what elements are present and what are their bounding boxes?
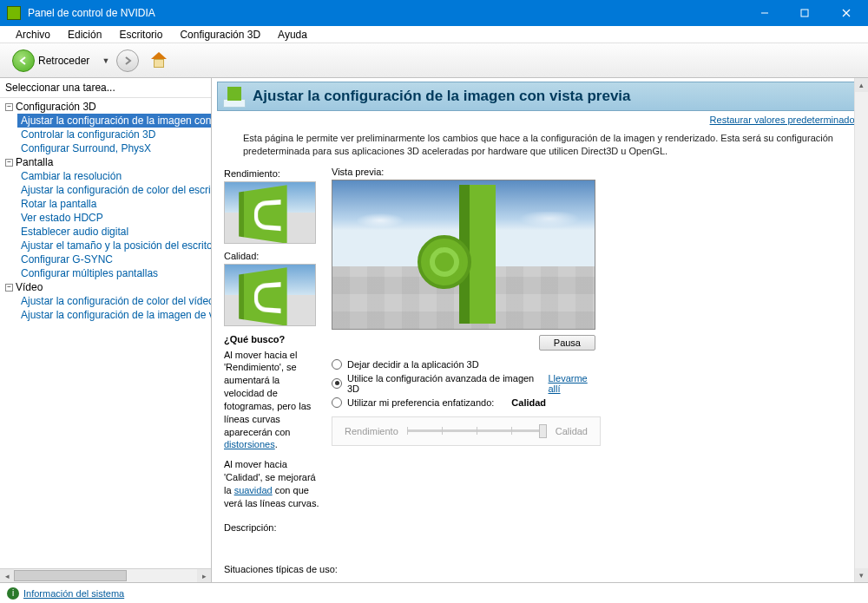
tree-item-manage-3d[interactable]: Controlar la configuración 3D	[17, 128, 211, 141]
preview-viewport	[332, 180, 595, 330]
image-settings-options: Dejar decidir a la aplicación 3D Utilice…	[332, 357, 601, 410]
back-button[interactable]: Retroceder	[7, 48, 95, 74]
option-let-app-decide[interactable]: Dejar decidir a la aplicación 3D	[332, 357, 601, 371]
nvidia-app-icon	[7, 6, 21, 20]
close-button[interactable]	[825, 0, 868, 26]
slider-left-label: Rendimiento	[345, 426, 398, 436]
tree-item-adjust-image[interactable]: Ajustar la configuración de la imagen co…	[17, 114, 211, 128]
back-label: Retroceder	[38, 55, 89, 67]
radio-icon[interactable]	[332, 359, 342, 370]
tree-group-title-3d[interactable]: −Configuración 3D	[5, 100, 211, 114]
task-tree[interactable]: −Configuración 3D Ajustar la configuraci…	[0, 98, 211, 568]
nvidia-logo-3d	[418, 185, 504, 324]
performance-label: Rendimiento:	[224, 168, 319, 179]
tree-item-resolution[interactable]: Cambiar la resolución	[17, 169, 211, 183]
quality-label: Calidad:	[224, 251, 319, 261]
middle-column: Vista previa: Pausa Dejar decidir a la a…	[332, 167, 856, 510]
system-info-link[interactable]: Información del sistema	[23, 588, 124, 599]
main-vertical-scrollbar[interactable]: ▴ ▾	[854, 78, 868, 582]
tree-group-display: −Pantalla Cambiar la resolución Ajustar …	[0, 155, 211, 280]
statusbar: i Información del sistema	[0, 582, 868, 603]
task-tree-pane: Seleccionar una tarea... −Configuración …	[0, 78, 212, 582]
scroll-left-icon[interactable]: ◂	[0, 569, 14, 582]
option-my-preference[interactable]: Utilizar mi preferencia enfatizando: Cal…	[332, 396, 601, 410]
tree-item-audio[interactable]: Establecer audio digital	[17, 225, 211, 239]
tree-item-size-pos[interactable]: Ajustar el tamaño y la posición del escr…	[17, 239, 211, 252]
tree-group-video: −Vídeo Ajustar la configuración de color…	[0, 280, 211, 322]
settings-body: Rendimiento: Calidad: ¿Qué busco? Al mov…	[217, 167, 863, 510]
tree-item-hdcp[interactable]: Ver estado HDCP	[17, 211, 211, 225]
tree-group-3d: −Configuración 3D Ajustar la configuraci…	[0, 100, 211, 155]
take-me-there-link[interactable]: Llevarme allí	[548, 373, 601, 394]
window-controls	[745, 0, 868, 26]
tree-group-title-video[interactable]: −Vídeo	[5, 280, 211, 294]
info-icon: i	[7, 587, 19, 600]
description-section: Descripción: Situaciones típicas de uso:	[217, 510, 863, 574]
page-header: Ajustar la configuración de la imagen co…	[217, 82, 863, 111]
performance-thumbnail	[224, 181, 316, 244]
tree-item-desktop-color[interactable]: Ajustar la configuración de color del es…	[17, 183, 211, 197]
slider-right-label: Calidad	[556, 426, 588, 436]
page-header-icon	[223, 85, 246, 108]
window-title: Panel de control de NVIDIA	[28, 7, 745, 19]
navigation-toolbar: Retroceder ▼	[0, 43, 868, 78]
scroll-track[interactable]	[14, 569, 197, 582]
forward-button[interactable]	[116, 49, 139, 72]
minimize-button[interactable]	[745, 0, 785, 26]
help-text: ¿Qué busco? Al mover hacia el 'Rendimien…	[224, 333, 319, 510]
situations-label: Situaciones típicas de uso:	[224, 564, 856, 574]
emphasis-value: Calidad	[511, 397, 546, 408]
menu-escritorio[interactable]: Escritorio	[110, 27, 171, 43]
collapse-icon[interactable]: −	[5, 103, 13, 111]
restore-defaults-link[interactable]: Restaurar valores predeterminados	[217, 113, 863, 127]
help-paragraph-2: Al mover hacia 'Calidad', se mejorará la…	[224, 458, 319, 509]
page-description: Esta página le permite ver preliminarmen…	[217, 127, 863, 167]
collapse-icon[interactable]: −	[5, 284, 13, 292]
menu-edicion[interactable]: Edición	[59, 27, 110, 43]
home-button[interactable]	[148, 49, 170, 72]
quality-slider: Rendimiento Calidad	[332, 416, 601, 446]
option-advanced-3d[interactable]: Utilice la configuración avanzada de ima…	[332, 371, 601, 396]
tree-group-title-display[interactable]: −Pantalla	[5, 155, 211, 169]
menubar: Archivo Edición Escritorio Configuración…	[0, 26, 868, 43]
scroll-down-icon[interactable]: ▾	[855, 568, 868, 582]
menu-archivo[interactable]: Archivo	[7, 27, 59, 43]
maximize-button[interactable]	[785, 0, 825, 26]
tree-item-video-image[interactable]: Ajustar la configuración de la imagen de…	[17, 308, 211, 322]
smoothness-link[interactable]: suavidad	[234, 485, 273, 495]
tree-item-multi-display[interactable]: Configurar múltiples pantallas	[17, 266, 211, 280]
svg-rect-1	[801, 10, 808, 16]
scroll-up-icon[interactable]: ▴	[855, 78, 868, 92]
back-history-dropdown[interactable]: ▼	[98, 56, 113, 65]
main-pane: Ajustar la configuración de la imagen co…	[212, 78, 868, 582]
help-question: ¿Qué busco?	[224, 333, 319, 346]
titlebar: Panel de control de NVIDIA	[0, 0, 868, 26]
back-arrow-icon	[12, 49, 35, 72]
scroll-right-icon[interactable]: ▸	[197, 569, 211, 582]
pause-button[interactable]: Pausa	[539, 335, 595, 351]
scroll-thumb[interactable]	[14, 570, 127, 581]
tree-header: Seleccionar una tarea...	[0, 78, 211, 98]
help-paragraph-1: Al mover hacia el 'Rendimiento', se aume…	[224, 349, 319, 452]
tree-horizontal-scrollbar[interactable]: ◂ ▸	[0, 568, 211, 582]
content-area: Seleccionar una tarea... −Configuración …	[0, 78, 868, 582]
tree-item-surround-physx[interactable]: Configurar Surround, PhysX	[17, 141, 211, 155]
preview-label: Vista previa:	[332, 167, 856, 177]
description-label: Descripción:	[224, 522, 856, 533]
home-icon	[151, 54, 167, 68]
scroll-track[interactable]	[855, 92, 868, 568]
quality-thumbnail	[224, 264, 316, 326]
radio-icon[interactable]	[332, 378, 342, 389]
tree-item-video-color[interactable]: Ajustar la configuración de color del ví…	[17, 294, 211, 308]
radio-icon[interactable]	[332, 397, 342, 408]
collapse-icon[interactable]: −	[5, 159, 13, 167]
distortions-link[interactable]: distorsiones	[224, 439, 275, 449]
menu-ayuda[interactable]: Ayuda	[269, 27, 316, 43]
slider-track[interactable]	[407, 429, 547, 432]
slider-thumb[interactable]	[539, 424, 547, 438]
tree-item-rotate[interactable]: Rotar la pantalla	[17, 197, 211, 211]
tree-item-gsync[interactable]: Configurar G-SYNC	[17, 252, 211, 266]
page-title: Ajustar la configuración de la imagen co…	[253, 88, 857, 105]
menu-config3d[interactable]: Configuración 3D	[171, 27, 269, 43]
left-column: Rendimiento: Calidad: ¿Qué busco? Al mov…	[224, 167, 319, 510]
